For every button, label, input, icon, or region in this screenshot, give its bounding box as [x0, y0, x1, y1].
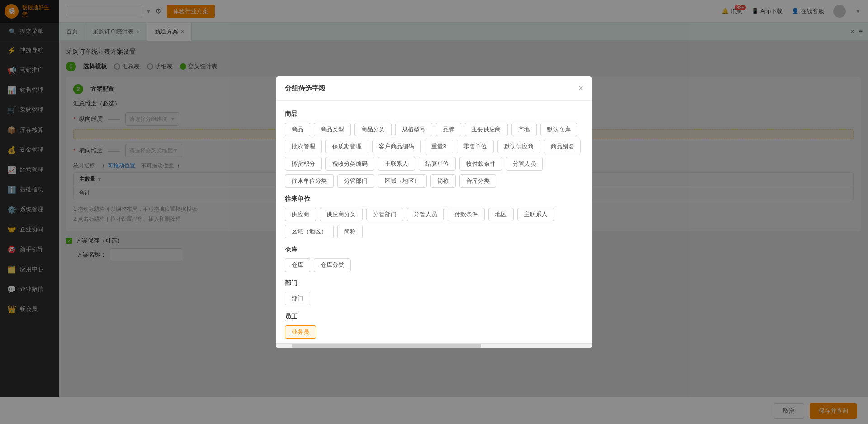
field-tag-customer-code[interactable]: 客户商品编码: [372, 140, 421, 153]
fields-employee: 业务员: [285, 325, 583, 339]
field-tag-supplier[interactable]: 供应商: [285, 208, 316, 221]
section-title-goods: 商品: [285, 110, 583, 118]
field-tag-main-contact[interactable]: 主联系人: [378, 157, 415, 171]
field-tag-region[interactable]: 区域（地区）: [378, 174, 427, 188]
field-tag-tax-code[interactable]: 税收分类编码: [326, 157, 374, 171]
field-tag-goods-cat[interactable]: 商品分类: [354, 123, 392, 136]
field-tag-dept[interactable]: 分管部门: [337, 174, 374, 188]
field-tag-origin[interactable]: 产地: [511, 123, 537, 136]
fields-goods: 商品 商品类型 商品分类 规格型号 品牌 主要供应商 产地 默认仓库 批次管理 …: [285, 123, 583, 188]
section-title-dept: 部门: [285, 279, 583, 287]
section-title-employee: 员工: [285, 313, 583, 321]
field-tag-goods-type[interactable]: 商品类型: [314, 123, 351, 136]
field-tag-cp-dept[interactable]: 分管部门: [366, 208, 403, 221]
field-tag-default-warehouse[interactable]: 默认仓库: [540, 123, 577, 136]
field-tag-department[interactable]: 部门: [285, 292, 310, 305]
modal-dialog: 分组待选字段 × 商品 商品 商品类型 商品分类 规格型号 品牌 主要供应商 产…: [276, 76, 592, 348]
field-tag-goods[interactable]: 商品: [285, 123, 310, 136]
field-tag-brand[interactable]: 品牌: [436, 123, 461, 136]
field-tag-default-supplier[interactable]: 默认供应商: [497, 140, 540, 153]
field-tag-supplier-cat[interactable]: 供应商分类: [320, 208, 363, 221]
field-tag-shelf-life[interactable]: 保质期管理: [326, 140, 368, 153]
modal-close-button[interactable]: ×: [578, 84, 583, 93]
field-tag-cp-abbr[interactable]: 简称: [337, 225, 363, 238]
field-tag-salesperson[interactable]: 业务员: [285, 325, 316, 339]
modal-body: 商品 商品 商品类型 商品分类 规格型号 品牌 主要供应商 产地 默认仓库 批次…: [276, 101, 592, 343]
section-title-warehouse: 仓库: [285, 246, 583, 254]
field-tag-spec-model[interactable]: 规格型号: [395, 123, 432, 136]
field-tag-warehouse-cat[interactable]: 合库分类: [459, 174, 496, 188]
fields-dept: 部门: [285, 292, 583, 305]
section-title-counterpart: 往来单位: [285, 195, 583, 203]
modal-overlay[interactable]: 分组待选字段 × 商品 商品 商品类型 商品分类 规格型号 品牌 主要供应商 产…: [0, 0, 868, 424]
h-scroll-thumb: [292, 344, 481, 348]
field-tag-abbr[interactable]: 简称: [430, 174, 456, 188]
field-tag-area[interactable]: 地区: [488, 208, 514, 221]
field-tag-counterpart-cat[interactable]: 往来单位分类: [285, 174, 334, 188]
field-tag-settle-unit[interactable]: 结算单位: [419, 157, 456, 171]
field-tag-retail-unit[interactable]: 零售单位: [457, 140, 494, 153]
field-tag-cp-region[interactable]: 区域（地区）: [285, 225, 334, 238]
modal-title: 分组待选字段: [285, 84, 326, 93]
field-tag-wh-cat[interactable]: 仓库分类: [314, 258, 351, 272]
field-tag-payment-cond[interactable]: 付款条件: [448, 208, 485, 221]
field-tag-manager[interactable]: 分管人员: [506, 157, 543, 171]
field-tag-main-supplier[interactable]: 主要供应商: [465, 123, 508, 136]
modal-horizontal-scrollbar[interactable]: [276, 343, 592, 348]
field-tag-batch-mgmt[interactable]: 批次管理: [285, 140, 322, 153]
field-tag-pick-points[interactable]: 拣货积分: [285, 157, 322, 171]
field-tag-cp-manager[interactable]: 分管人员: [407, 208, 444, 221]
fields-counterpart: 供应商 供应商分类 分管部门 分管人员 付款条件 地区 主联系人 区域（地区） …: [285, 208, 583, 238]
field-tag-weight3[interactable]: 重量3: [425, 140, 453, 153]
field-tag-wh[interactable]: 仓库: [285, 258, 310, 272]
field-tag-payment-terms[interactable]: 收付款条件: [459, 157, 502, 171]
modal-header: 分组待选字段 ×: [276, 76, 592, 101]
fields-warehouse: 仓库 仓库分类: [285, 258, 583, 272]
field-tag-goods-alias[interactable]: 商品别名: [544, 140, 581, 153]
field-tag-cp-main-contact[interactable]: 主联系人: [517, 208, 554, 221]
